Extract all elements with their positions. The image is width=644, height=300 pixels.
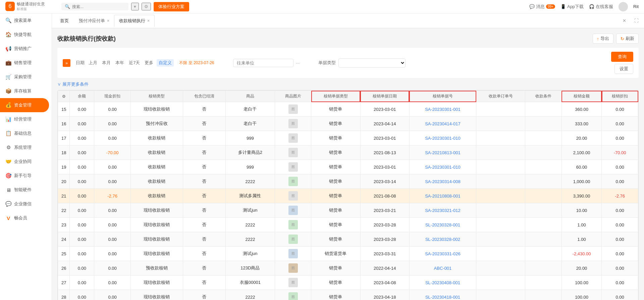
tab-writeoff[interactable]: 收款核销执行 × xyxy=(114,15,155,27)
row-discount: 0.00 xyxy=(94,218,131,232)
bill-no-link[interactable]: SA-20230314-008 xyxy=(425,179,461,184)
bill-no-link[interactable]: SL-20230418-001 xyxy=(425,295,460,300)
sidebar-item-collab[interactable]: 🤝 企业协同 xyxy=(0,155,52,169)
bill-no-link[interactable]: SA-20210808-001 xyxy=(425,194,461,199)
avatar[interactable] xyxy=(619,2,628,11)
row-bill-no[interactable]: SA-20230414-017 xyxy=(409,117,476,131)
row-condition xyxy=(525,275,562,290)
row-discount: 0.00 xyxy=(94,275,131,290)
bill-no-link[interactable]: SA-20230414-017 xyxy=(425,121,461,126)
sidebar-item-wechat[interactable]: 💬 企业微信 xyxy=(0,197,52,211)
row-bill-no[interactable]: SA-20230301-001 xyxy=(409,102,476,117)
expand-more-button[interactable]: ∨ 展开更多条件 xyxy=(57,81,639,87)
collab-icon: 🤝 xyxy=(5,159,11,165)
row-order-no xyxy=(476,261,525,275)
row-bill-no[interactable]: SA-20230314-008 xyxy=(409,174,476,189)
product-image: 图 xyxy=(288,162,298,172)
this-month-link[interactable]: 本月 xyxy=(101,59,112,67)
bill-no-link[interactable]: SA-20230301-001 xyxy=(425,107,461,112)
sidebar-item-quicknav[interactable]: 🏠 快捷导航 xyxy=(0,28,52,42)
row-bill-type: 销货单 xyxy=(311,189,360,203)
tab-prepay-close[interactable]: × xyxy=(107,18,109,23)
bill-no-link[interactable]: SA-20210813-001 xyxy=(425,150,461,155)
partner-dots[interactable]: ··· xyxy=(296,60,300,66)
row-bill-no[interactable]: SA-20230301-010 xyxy=(409,131,476,145)
row-bill-no[interactable]: SL-20230408-001 xyxy=(409,275,476,290)
row-bill-no[interactable]: SL-20230418-001 xyxy=(409,290,476,300)
more-link[interactable]: 更多 xyxy=(143,59,155,67)
sidebar-item-basic[interactable]: 📋 基础信息 xyxy=(0,126,52,140)
bill-no-link[interactable]: SA-20230321-012 xyxy=(425,208,461,213)
row-bill-no[interactable]: SA-20210813-001 xyxy=(409,145,476,160)
tab-prepay[interactable]: 预付冲应付单 × xyxy=(74,15,114,27)
sidebar-item-purchase[interactable]: 🛒 采购管理 xyxy=(0,70,52,84)
bill-no-link[interactable]: SL-20230408-001 xyxy=(425,280,460,285)
bill-no-link[interactable]: SL-20230328-001 xyxy=(425,222,460,227)
row-condition xyxy=(525,102,562,117)
sidebar-item-finance[interactable]: 💰 资金管理 xyxy=(0,98,49,112)
filter-toggle-button[interactable]: » xyxy=(63,59,70,67)
bill-no-link[interactable]: SA-20230331-026 xyxy=(425,251,461,256)
row-product-img: 图 xyxy=(275,117,311,131)
row-bill-date: 2023-03-01 xyxy=(360,131,409,145)
bill-no-link[interactable]: ABC-001 xyxy=(434,266,452,271)
row-bill-type: 销货单 xyxy=(311,218,360,232)
row-bill-no[interactable]: SA-20210808-001 xyxy=(409,189,476,203)
table-row: 26 0.00 0.00 预收款核销 否 123D商品 图 销货单 2022-0… xyxy=(58,261,638,275)
refresh-button[interactable]: ↻ 刷新 xyxy=(616,34,639,44)
message-nav-item[interactable]: 💬 消息 99+ xyxy=(529,4,555,10)
row-bill-no[interactable]: SA-20230321-012 xyxy=(409,203,476,218)
tab-writeoff-close[interactable]: × xyxy=(147,18,150,23)
row-id: 19 xyxy=(58,160,70,174)
type-select[interactable] xyxy=(338,58,406,68)
app-download-item[interactable]: 📱 App下载 xyxy=(560,4,584,10)
service-item[interactable]: 🎧 在线客服 xyxy=(589,4,613,10)
sidebar-item-operation[interactable]: 📊 经营管理 xyxy=(0,112,52,126)
row-type: 收款核销 xyxy=(130,174,183,189)
bill-no-link[interactable]: SA-20230301-010 xyxy=(425,136,461,141)
row-balance: 0.00 xyxy=(70,261,94,275)
tab-close-window[interactable]: ✕ xyxy=(620,17,629,25)
th-settings[interactable]: ⚙ xyxy=(58,91,70,102)
gear-icon[interactable]: ⚙ xyxy=(142,3,151,10)
row-bill-no[interactable]: SA-20230331-026 xyxy=(409,247,476,261)
settings-button[interactable]: 设置 xyxy=(614,64,633,74)
tab-fullscreen[interactable]: ⛶ xyxy=(632,17,641,25)
query-button[interactable]: 查询 xyxy=(611,52,633,62)
industry-button[interactable]: 体验行业方案 xyxy=(154,2,189,11)
sidebar-item-inventory[interactable]: 📦 库存核算 xyxy=(0,84,52,98)
this-year-link[interactable]: 本年 xyxy=(114,59,125,67)
row-bill-date: 2023-03-28 xyxy=(360,218,409,232)
page-actions: ↑ 导出 ↻ 刷新 xyxy=(593,34,639,44)
sidebar-item-guide[interactable]: 🎯 新手引导 xyxy=(0,169,52,183)
tab-home[interactable]: 首页 xyxy=(55,15,74,27)
sidebar-item-sales[interactable]: 💼 销售管理 xyxy=(0,56,52,70)
row-product: 999 xyxy=(226,160,275,174)
search-area[interactable]: 🔍 xyxy=(61,3,128,10)
sidebar-item-search[interactable]: 🔍 搜索菜单 xyxy=(0,13,52,28)
sidebar-item-system[interactable]: ⚙ 系统管理 xyxy=(0,140,52,155)
product-image: 图 xyxy=(288,148,298,157)
last7-link[interactable]: 近7天 xyxy=(127,59,141,67)
export-button[interactable]: ↑ 导出 xyxy=(593,34,614,44)
search-input[interactable] xyxy=(72,4,122,9)
row-bill-no[interactable]: ABC-001 xyxy=(409,261,476,275)
bill-no-link[interactable]: SA-20230301-010 xyxy=(425,165,461,170)
partner-input[interactable] xyxy=(233,59,293,67)
logo-area: 6 畅捷通谐好生意 标准版 xyxy=(5,2,57,11)
bill-no-link[interactable]: SL-20230328-002 xyxy=(425,237,460,242)
row-bill-no[interactable]: SL-20230328-001 xyxy=(409,218,476,232)
row-bill-no[interactable]: SA-20230301-010 xyxy=(409,160,476,174)
last-month-link[interactable]: 上月 xyxy=(87,59,99,67)
chevron-down-icon[interactable]: ▾ xyxy=(131,3,139,10)
row-order-no xyxy=(476,145,525,160)
row-bill-no[interactable]: SL-20230328-002 xyxy=(409,232,476,247)
custom-link[interactable]: 自定义 xyxy=(157,59,174,67)
product-image: 图 xyxy=(288,133,298,143)
sidebar-item-hardware[interactable]: 🖥 智能硬件 xyxy=(0,183,52,197)
row-bill-date: 2023-04-18 xyxy=(360,290,409,300)
sidebar-item-marketing[interactable]: 📢 营销推广 xyxy=(0,42,52,56)
product-image: 图 xyxy=(288,177,298,186)
sidebar-item-member[interactable]: V 畅会员 xyxy=(0,211,52,225)
row-bill-date: 2023-03-14 xyxy=(360,174,409,189)
